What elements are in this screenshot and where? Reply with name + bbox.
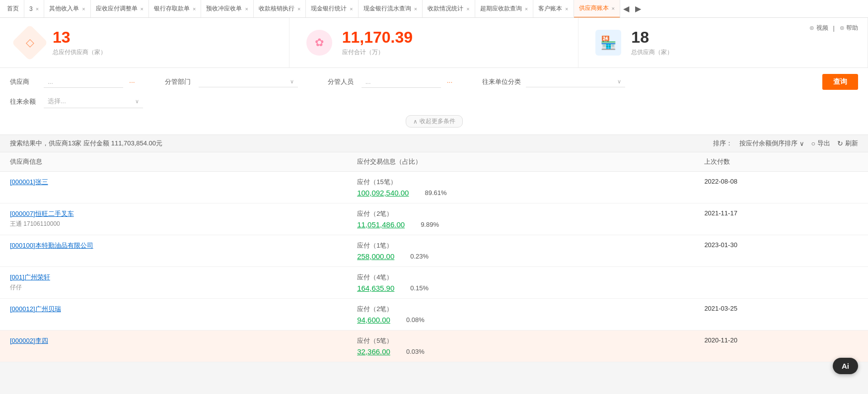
nav-tab-collection-exec[interactable]: 收款核销执行 × [254, 0, 306, 18]
nav-tab-ar-ap-adjust-close[interactable]: × [141, 6, 144, 12]
tx-amount[interactable]: 32,366.00 [357, 347, 390, 356]
tx-label: 应付（15笔） [357, 178, 684, 187]
nav-tab-home-label: 首页 [7, 4, 19, 13]
nav-tab-overdue-ar[interactable]: 超期应收款查询 × [475, 0, 533, 18]
person-input[interactable] [362, 76, 441, 88]
sort-value-text: 按应付余额倒序排序 [739, 139, 797, 148]
grain-icon: ✿ [304, 28, 334, 58]
top-navigation: 首页 3 × 其他收入单 × 应收应付调整单 × 银行存取款单 × 预收冲应收单… [0, 0, 868, 18]
supplier-cell: [000012]广州贝瑞 [0, 299, 347, 330]
payable-amount-number: 11,170.39 [342, 29, 413, 46]
tx-cell: 应付（1笔） 258,000.00 0.23% [347, 235, 694, 267]
supplier-name-link[interactable]: [000012]广州贝瑞 [10, 305, 337, 314]
help-link[interactable]: ⊙ 帮助 [840, 24, 858, 32]
collapse-label: 收起更多条件 [420, 117, 455, 126]
supplier-input[interactable] [44, 76, 123, 88]
nav-tab-cash-bank-stat-close[interactable]: × [350, 6, 353, 12]
supplier-name-link[interactable]: [000100]本特勤油品有限公司 [10, 241, 337, 250]
nav-tab-prepay-ar-label: 预收冲应收单 [206, 4, 242, 13]
tx-label: 应付（5笔） [357, 336, 684, 345]
export-label: 导出 [817, 139, 830, 148]
last-payment-cell [694, 267, 868, 299]
tx-cell: 应付（2笔） 11,051,486.00 9.89% [347, 203, 694, 235]
nav-tab-ar-ap-adjust[interactable]: 应收应付调整单 × [91, 0, 149, 18]
table-body: [000001]张三 应付（15笔） 100,092,540.00 89.61%… [0, 172, 868, 362]
nav-tab-bank-deposit[interactable]: 银行存取款单 × [149, 0, 201, 18]
supplier-name-link[interactable]: [001]广州荣轩 [10, 273, 337, 282]
collapse-bar: ∧ 收起更多条件 [10, 113, 858, 129]
store-icon: 🏪 [593, 28, 623, 58]
supplier-name-link[interactable]: [000007]恒旺二手叉车 [10, 209, 337, 218]
nav-tab-3-label: 3 [29, 5, 33, 12]
sort-select[interactable]: 按应付余额倒序排序 ∨ [739, 139, 804, 148]
filter-row-1: 供应商 ··· 分管部门 ∨ 分管人员 ··· 往来单位分类 ∨ 查询 [10, 74, 858, 90]
ai-button-label: Ai [842, 362, 849, 362]
category-select[interactable]: ∨ [526, 76, 625, 87]
nav-tab-3-close[interactable]: × [36, 6, 39, 12]
nav-tab-other-income[interactable]: 其他收入单 × [44, 0, 90, 18]
last-payment-cell: 2020-11-20 [694, 330, 868, 362]
nav-tab-3[interactable]: 3 × [24, 0, 44, 18]
sort-label: 排序： [713, 139, 732, 148]
person-filter-label: 分管人员 [328, 77, 358, 86]
tx-amount[interactable]: 94,600.00 [357, 316, 390, 324]
table-row: [000012]广州贝瑞 应付（2笔） 94,600.00 0.08% 2021… [0, 299, 868, 330]
tx-amount[interactable]: 100,092,540.00 [357, 189, 409, 197]
nav-tab-home[interactable]: 首页 [2, 0, 24, 18]
person-dots-icon[interactable]: ··· [447, 78, 453, 86]
supplier-name-link[interactable]: [000002]李四 [10, 336, 337, 345]
result-bar: 搜索结果中，供应商13家 应付金额 111,703,854.00元 排序： 按应… [0, 135, 868, 152]
nav-tab-cash-bank-flow[interactable]: 现金银行流水查询 × [359, 0, 423, 18]
dept-select[interactable]: ∨ [199, 76, 298, 87]
collapse-button[interactable]: ∧ 收起更多条件 [406, 115, 463, 128]
balance-select[interactable]: 选择... ∨ [44, 95, 143, 108]
dept-filter-label: 分管部门 [165, 77, 195, 86]
th-last-payment: 上次付数 [694, 152, 868, 172]
tx-cell: 应付（15笔） 100,092,540.00 89.61% [347, 172, 694, 203]
last-payment-cell: 2023-01-30 [694, 235, 868, 267]
nav-next-arrow[interactable]: ▶ [632, 0, 644, 18]
tx-amount[interactable]: 258,000.00 [357, 252, 394, 261]
th-tx-info: 应付交易信息（占比） [347, 152, 694, 172]
supplier-cell: [000002]李四 [0, 330, 347, 362]
nav-tab-supplier-ledger[interactable]: 供应商账本 × [574, 0, 620, 18]
tx-info-row: 应付（1笔） 258,000.00 0.23% [357, 241, 684, 261]
balance-select-text: 选择... [48, 97, 135, 106]
nav-tab-bank-deposit-close[interactable]: × [193, 6, 196, 12]
nav-tab-customer-ledger[interactable]: 客户账本 × [533, 0, 574, 18]
nav-tab-other-income-close[interactable]: × [82, 6, 85, 12]
tx-percent: 0.03% [398, 348, 425, 355]
supplier-sub: 王通 17106110000 [10, 220, 337, 228]
nav-tab-ar-ap-adjust-label: 应收应付调整单 [96, 4, 138, 13]
export-button[interactable]: ○ 导出 [811, 139, 830, 148]
nav-tab-collection-stat-close[interactable]: × [466, 6, 469, 12]
nav-tab-overdue-ar-close[interactable]: × [525, 6, 528, 12]
nav-tab-supplier-ledger-close[interactable]: × [612, 5, 615, 11]
total-suppliers-label: 总供应商（家） [631, 48, 673, 57]
nav-tab-collection-stat[interactable]: 收款情况统计 × [423, 0, 475, 18]
supplier-cell: [001]广州荣轩 仔仔 [0, 267, 347, 299]
nav-tab-cash-bank-stat[interactable]: 现金银行统计 × [306, 0, 358, 18]
nav-tab-customer-ledger-close[interactable]: × [565, 6, 568, 12]
supplier-cell: [000001]张三 [0, 172, 347, 203]
supplier-name-link[interactable]: [000001]张三 [10, 178, 337, 187]
table-row: [001]广州荣轩 仔仔 应付（4笔） 164,635.90 0.15% [0, 267, 868, 299]
nav-tab-prepay-ar-close[interactable]: × [245, 6, 248, 12]
balance-chevron-icon: ∨ [135, 98, 139, 105]
nav-tab-other-income-label: 其他收入单 [49, 4, 79, 13]
video-link[interactable]: ⊙ 视频 [809, 24, 828, 32]
refresh-button[interactable]: ↻ 刷新 [837, 139, 858, 148]
tx-amount[interactable]: 164,635.90 [357, 284, 394, 292]
tx-amount[interactable]: 11,051,486.00 [357, 220, 405, 229]
nav-tab-cash-bank-flow-close[interactable]: × [414, 6, 417, 12]
supplier-dots-icon[interactable]: ··· [129, 78, 135, 86]
help-label: 帮助 [846, 24, 858, 31]
nav-tab-collection-exec-close[interactable]: × [297, 6, 300, 12]
filter-row-2: 往来余额 选择... ∨ [10, 95, 858, 108]
nav-prev-arrow[interactable]: ◀ [620, 0, 632, 18]
nav-tab-prepay-ar[interactable]: 预收冲应收单 × [201, 0, 253, 18]
query-button[interactable]: 查询 [822, 74, 858, 90]
supplier-cell: [000100]本特勤油品有限公司 [0, 235, 347, 267]
category-chevron-icon: ∨ [617, 78, 621, 85]
help-icon: ⊙ [840, 24, 845, 31]
